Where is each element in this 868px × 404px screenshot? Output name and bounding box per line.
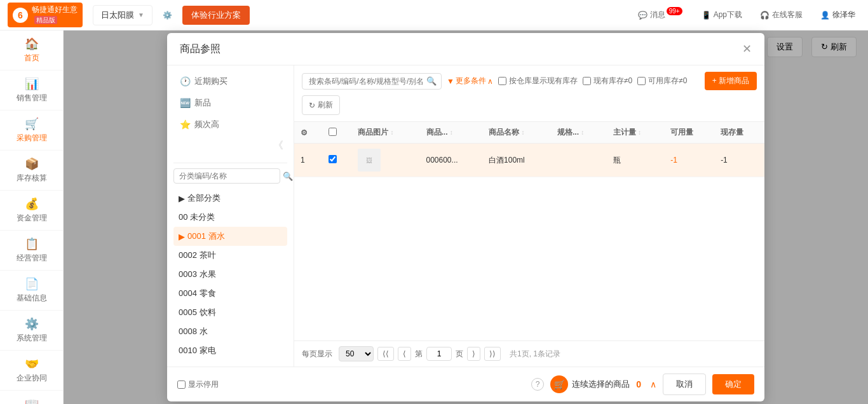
- next-page-btn[interactable]: ⟩: [467, 347, 480, 361]
- select-all-checkbox[interactable]: [329, 128, 337, 136]
- sidebar-item-purchase[interactable]: 🛒 采购管理: [0, 111, 63, 151]
- tab-frequent[interactable]: ⭐ 频次高: [173, 115, 287, 134]
- checkbox-stock-ne0-input[interactable]: [583, 77, 591, 85]
- row-checkbox[interactable]: [322, 144, 351, 177]
- tab-recent-label: 近期购买: [194, 76, 227, 87]
- cat-all[interactable]: ▶ 全部分类: [173, 189, 287, 208]
- refresh-table-btn[interactable]: ↻ 刷新: [302, 95, 340, 115]
- cat-water[interactable]: 0008 水: [173, 322, 287, 341]
- divider: [173, 163, 287, 163]
- sidebar-item-enterprise-label: 企业协同: [17, 373, 47, 384]
- operations-icon: 📋: [25, 237, 39, 251]
- try-btn[interactable]: 体验行业方案: [182, 6, 250, 25]
- checkbox-stock-ne0[interactable]: 现有库存≠0: [583, 76, 632, 86]
- sidebar-item-system[interactable]: ⚙️ 系统管理: [0, 311, 63, 351]
- col-stock[interactable]: 现存量: [714, 122, 764, 144]
- messages-btn[interactable]: 💬消息99+: [633, 7, 689, 23]
- tab-recent-purchase[interactable]: 🕐 近期购买: [173, 72, 287, 91]
- add-product-btn[interactable]: + 新增商品: [705, 72, 757, 90]
- cart-icon: 🛒: [550, 375, 568, 393]
- row-available: -1: [664, 144, 714, 177]
- show-disabled-label[interactable]: 显示停用: [177, 379, 219, 390]
- row-num: 1: [294, 144, 322, 177]
- sidebar-item-enterprise[interactable]: 🤝 企业协同: [0, 351, 63, 391]
- sidebar-item-sales[interactable]: 📊 销售管理: [0, 71, 63, 111]
- collapse-footer-icon[interactable]: ∧: [650, 379, 656, 389]
- filter-btn[interactable]: ▼ 更多条件 ∧: [447, 76, 493, 86]
- col-spec[interactable]: 规格... ↕: [551, 122, 607, 144]
- modal-footer: 显示停用 ? 🛒 连续选择的商品 0 ∧ 取消 确定: [167, 367, 764, 401]
- table-row[interactable]: 1 🖼 000600... 白酒100ml 瓶: [294, 144, 764, 177]
- page-word2: 页: [456, 349, 463, 360]
- show-disabled-checkbox[interactable]: [177, 380, 186, 389]
- logo: 6 畅捷通好生意 精品版: [8, 3, 83, 27]
- sidebar-item-operations[interactable]: 📋 经营管理: [0, 231, 63, 271]
- cart-count: 0: [636, 379, 641, 389]
- sidebar-item-basic-info[interactable]: 📄 基础信息: [0, 271, 63, 311]
- collapse-panel-btn[interactable]: 《: [268, 137, 288, 155]
- cat-appliances[interactable]: 0010 家电: [173, 341, 287, 360]
- product-search-input[interactable]: [302, 73, 442, 90]
- confirm-btn[interactable]: 确定: [712, 374, 754, 394]
- category-search-icon[interactable]: 🔍: [283, 172, 293, 181]
- purchase-icon: 🛒: [25, 117, 39, 131]
- settings-btn[interactable]: ⚙️: [158, 8, 177, 22]
- checkbox-available-ne0-input[interactable]: [637, 77, 646, 85]
- filter-icon: ▼: [447, 77, 454, 86]
- inventory-icon: 📦: [25, 157, 39, 171]
- sidebar-item-home-label: 首页: [24, 53, 39, 64]
- page-word: 第: [415, 349, 423, 360]
- sidebar-item-guide[interactable]: 📖 新手引导: [0, 391, 63, 404]
- checkbox-show-stock[interactable]: 按仓库显示现有库存: [498, 76, 578, 86]
- col-unit[interactable]: 主计量 ↕: [607, 122, 665, 144]
- cat-snacks[interactable]: 0004 零食: [173, 284, 287, 303]
- sidebar-item-inventory[interactable]: 📦 库存核算: [0, 151, 63, 191]
- cat-alcohol-label: 0001 酒水: [187, 231, 225, 242]
- online-service-btn[interactable]: 🎧 在线客服: [755, 7, 808, 23]
- product-search-icon[interactable]: 🔍: [426, 76, 437, 86]
- topbar: 6 畅捷通好生意 精品版 日太阳膜 ▼ ⚙️ 体验行业方案 💬消息99+ 📱 A…: [0, 0, 868, 30]
- sidebar-item-inventory-label: 库存核算: [17, 173, 47, 184]
- row-select-checkbox[interactable]: [329, 155, 337, 163]
- first-page-btn[interactable]: ⟨⟨: [377, 347, 394, 361]
- col-name[interactable]: 商品名称 ↕: [482, 122, 551, 144]
- sidebar-item-finance[interactable]: 💰 资金管理: [0, 191, 63, 231]
- col-available[interactable]: 可用量: [664, 122, 714, 144]
- modal-title: 商品参照: [180, 43, 220, 56]
- cat-all-arrow: ▶: [179, 194, 185, 203]
- cat-uncategorized[interactable]: 00 未分类: [173, 208, 287, 227]
- prev-page-btn[interactable]: ⟨: [398, 347, 411, 361]
- cat-fruit[interactable]: 0003 水果: [173, 265, 287, 284]
- enterprise-icon: 🤝: [25, 357, 39, 371]
- cat-water-label: 0008 水: [179, 326, 208, 337]
- modal-body: 🕐 近期购买 🆕 新品 ⭐ 频次高: [167, 65, 764, 367]
- checkbox-show-stock-input[interactable]: [498, 77, 506, 85]
- tab-new-products[interactable]: 🆕 新品: [173, 93, 287, 112]
- category-list: ▶ 全部分类 00 未分类 ▶ 0001 酒水 0002 茶: [167, 189, 294, 360]
- chevron-down-icon: ▼: [138, 11, 144, 18]
- cat-tea[interactable]: 0002 茶叶: [173, 246, 287, 265]
- modal-close-btn[interactable]: ✕: [742, 42, 752, 56]
- help-icon[interactable]: ?: [531, 378, 544, 391]
- checkbox-available-ne0[interactable]: 可用库存≠0: [637, 76, 687, 86]
- page-size-select[interactable]: 50 20 100: [339, 346, 374, 361]
- user-avatar[interactable]: 👤 徐泽华: [815, 7, 860, 23]
- cat-alcohol[interactable]: ▶ 0001 酒水: [173, 227, 287, 246]
- app-download-btn[interactable]: 📱 App下载: [696, 7, 747, 23]
- last-page-btn[interactable]: ⟩⟩: [484, 347, 501, 361]
- category-search-input[interactable]: [173, 168, 280, 184]
- cat-tea-label: 0002 茶叶: [179, 250, 216, 261]
- product-table: ⚙ 商品图片 ↕ 商品... ↕ 商品名称 ↕ 规格... ↕ 主计量 ↕ 可用…: [294, 122, 764, 177]
- store-selector[interactable]: 日太阳膜 ▼: [93, 5, 153, 25]
- sidebar-item-home[interactable]: 🏠 首页: [0, 30, 63, 71]
- store-name: 日太阳膜: [101, 10, 134, 21]
- row-name: 白酒100ml: [482, 144, 551, 177]
- cat-appliances-label: 0010 家电: [179, 345, 216, 356]
- cat-drinks[interactable]: 0005 饮料: [173, 303, 287, 322]
- col-code[interactable]: 商品... ↕: [420, 122, 483, 144]
- cancel-btn[interactable]: 取消: [663, 374, 706, 395]
- tab-new-label: 新品: [194, 97, 211, 109]
- cat-fruit-label: 0003 水果: [179, 269, 216, 280]
- col-settings[interactable]: ⚙: [294, 122, 322, 144]
- page-number-input[interactable]: [426, 347, 452, 361]
